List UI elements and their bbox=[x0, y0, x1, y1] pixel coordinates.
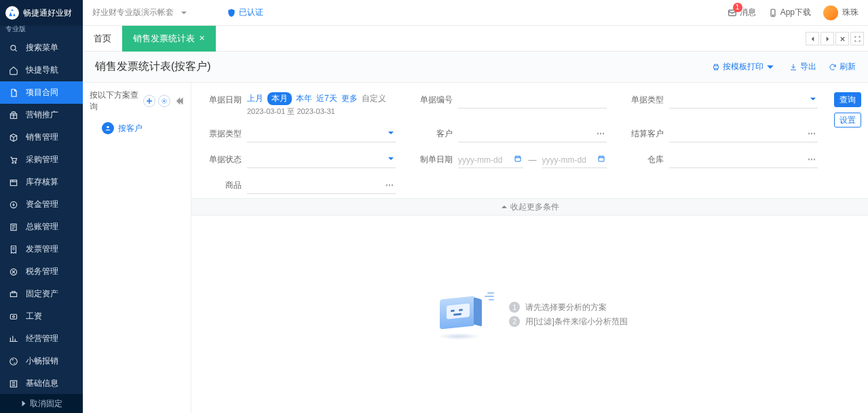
svg-point-18 bbox=[164, 100, 166, 102]
tab-home[interactable]: 首页 bbox=[83, 26, 122, 52]
calendar-icon bbox=[514, 155, 522, 165]
sidebar-item-label: 销售管理 bbox=[26, 132, 58, 143]
sidebar-item-15[interactable]: 基础信息 bbox=[0, 372, 83, 394]
tab-sales-invoice-report[interactable]: 销售发票统计表 ✕ bbox=[122, 26, 216, 52]
lookup-warehouse[interactable]: ⋯ bbox=[669, 152, 818, 168]
query-button[interactable]: 查询 bbox=[834, 92, 861, 107]
add-scheme-button[interactable] bbox=[143, 95, 155, 107]
chevron-down-icon bbox=[388, 129, 394, 138]
tab-label: 销售发票统计表 bbox=[133, 33, 195, 45]
shield-icon bbox=[227, 8, 236, 18]
collapse-more-button[interactable]: 收起更多条件 bbox=[191, 198, 868, 216]
more-icon[interactable]: ⋯ bbox=[808, 129, 816, 138]
lookup-product[interactable]: ⋯ bbox=[247, 178, 396, 194]
pill-more[interactable]: 更多 bbox=[341, 93, 358, 104]
sidebar-item-12[interactable]: 工资 bbox=[0, 305, 83, 328]
brand-logo-icon bbox=[5, 6, 19, 20]
cancel-pin-label: 取消固定 bbox=[30, 398, 62, 410]
coin-icon bbox=[8, 199, 19, 210]
scheme-settings-button[interactable] bbox=[158, 95, 170, 107]
sidebar-item-11[interactable]: 固定资产 bbox=[0, 283, 83, 305]
refresh-label: 刷新 bbox=[839, 61, 856, 73]
sidebar-item-1[interactable]: 快捷导航 bbox=[0, 59, 83, 81]
calendar-icon bbox=[597, 155, 605, 165]
select-status[interactable] bbox=[247, 152, 396, 168]
sidebar-item-10[interactable]: 税务管理 bbox=[0, 260, 83, 283]
brand-sub: 专业版 bbox=[0, 24, 83, 34]
field-doc-date: 单据日期 上月 本月 本年 近7天 更多 自定义 20 bbox=[204, 92, 396, 117]
sidebar-item-9[interactable]: 发票管理 bbox=[0, 238, 83, 260]
cancel-pin-button[interactable]: 取消固定 bbox=[0, 394, 83, 413]
collapse-more-label: 收起更多条件 bbox=[510, 201, 559, 213]
app-download-button[interactable]: App下载 bbox=[768, 7, 811, 18]
chevron-down-icon bbox=[181, 9, 187, 16]
print-icon bbox=[712, 63, 720, 71]
more-icon[interactable]: ⋯ bbox=[385, 180, 394, 190]
sidebar-item-label: 税务管理 bbox=[26, 266, 58, 277]
pill-this-year[interactable]: 本年 bbox=[296, 93, 312, 104]
pill-custom[interactable]: 自定义 bbox=[362, 93, 386, 104]
svg-point-16 bbox=[772, 14, 773, 15]
chevron-down-icon bbox=[810, 95, 816, 104]
settings-button[interactable]: 设置 bbox=[834, 113, 861, 127]
pill-last-month[interactable]: 上月 bbox=[247, 93, 263, 104]
sidebar-item-14[interactable]: 小畅报销 bbox=[0, 350, 83, 372]
sidebar-item-5[interactable]: 采购管理 bbox=[0, 149, 83, 171]
sidebar-item-label: 固定资产 bbox=[26, 288, 58, 300]
file-icon bbox=[8, 87, 19, 98]
date-from[interactable] bbox=[458, 152, 523, 168]
more-icon[interactable]: ⋯ bbox=[808, 155, 816, 164]
sidebar-item-8[interactable]: 总账管理 bbox=[0, 216, 83, 238]
sidebar-item-2[interactable]: 项目合同 bbox=[0, 81, 83, 104]
scheme-item-by-customer[interactable]: 按客户 bbox=[90, 122, 184, 134]
svg-point-10 bbox=[13, 315, 15, 317]
messages-button[interactable]: 消息 1 bbox=[728, 7, 756, 18]
tabs-close-all-button[interactable] bbox=[835, 32, 849, 45]
workspace-switcher[interactable]: 好业财专业版演示帐套 bbox=[92, 7, 208, 18]
export-button[interactable]: 导出 bbox=[789, 61, 816, 73]
sidebar-item-6[interactable]: 库存核算 bbox=[0, 171, 83, 193]
tab-close-icon[interactable]: ✕ bbox=[199, 34, 205, 43]
tax-icon bbox=[8, 267, 19, 277]
fullscreen-button[interactable] bbox=[850, 32, 864, 45]
lookup-customer[interactable]: ⋯ bbox=[458, 126, 607, 142]
field-make-date: 制单日期 — bbox=[415, 152, 607, 168]
label-doc-no: 单据编号 bbox=[415, 92, 453, 106]
input-doc-no[interactable] bbox=[458, 92, 607, 109]
page-header: 销售发票统计表(按客户) 按模板打印 导出 刷新 bbox=[83, 52, 868, 83]
sidebar-item-label: 基础信息 bbox=[26, 378, 58, 389]
sidebar-item-7[interactable]: 资金管理 bbox=[0, 193, 83, 216]
step-1-text: 请先选择要分析的方案 bbox=[525, 302, 607, 313]
label-doc-type: 单据类型 bbox=[626, 92, 664, 106]
pill-last7[interactable]: 近7天 bbox=[316, 93, 337, 104]
refresh-button[interactable]: 刷新 bbox=[829, 61, 856, 73]
svg-point-3 bbox=[15, 162, 16, 163]
collapse-scheme-button[interactable] bbox=[174, 95, 184, 107]
sidebar-item-3[interactable]: 营销推广 bbox=[0, 104, 83, 126]
field-doc-no: 单据编号 bbox=[415, 92, 607, 117]
step-num-2: 2 bbox=[509, 316, 520, 327]
svg-rect-9 bbox=[10, 314, 16, 319]
sidebar-item-label: 小畅报销 bbox=[26, 355, 58, 367]
more-icon[interactable]: ⋯ bbox=[597, 129, 605, 138]
sidebar-item-13[interactable]: 经营管理 bbox=[0, 328, 83, 350]
empty-steps: 1请先选择要分析的方案 2用[过滤]条件来缩小分析范围 bbox=[509, 299, 628, 330]
pill-this-month[interactable]: 本月 bbox=[267, 92, 292, 105]
tabs-prev-button[interactable] bbox=[806, 32, 819, 45]
page-title: 销售发票统计表(按客户) bbox=[95, 60, 211, 74]
lookup-settle-customer[interactable]: ⋯ bbox=[669, 126, 818, 142]
user-menu[interactable]: 珠珠 bbox=[823, 5, 858, 20]
asset-icon bbox=[8, 289, 19, 300]
select-invoice-type[interactable] bbox=[247, 126, 396, 142]
print-template-button[interactable]: 按模板打印 bbox=[712, 61, 777, 73]
date-to[interactable] bbox=[542, 152, 607, 168]
tabs-next-button[interactable] bbox=[820, 32, 834, 45]
select-doc-type[interactable] bbox=[669, 92, 818, 109]
sidebar-item-0[interactable]: 搜索菜单 bbox=[0, 37, 83, 59]
brand-name: 畅捷通好业财 bbox=[23, 7, 72, 19]
sidebar-item-label: 搜索菜单 bbox=[26, 42, 58, 54]
messages-badge: 1 bbox=[733, 3, 742, 12]
sidebar-item-4[interactable]: 销售管理 bbox=[0, 126, 83, 149]
user-name: 珠珠 bbox=[842, 7, 858, 18]
chevron-down-icon bbox=[388, 155, 394, 164]
